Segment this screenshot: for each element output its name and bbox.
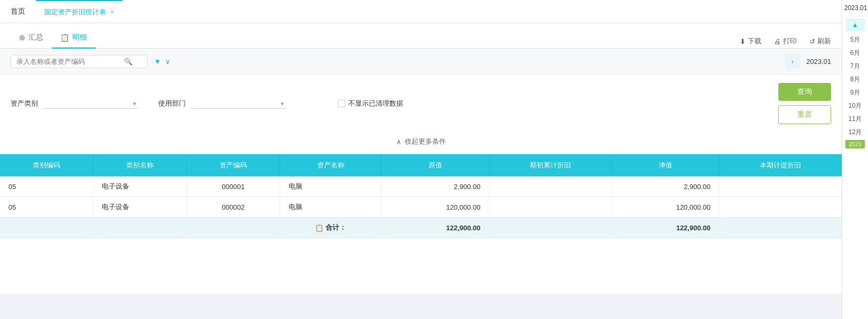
row1-asset-code: 000001 — [186, 176, 280, 197]
tab-label: 固定资产折旧统计表 — [44, 7, 106, 17]
sidebar-month-7[interactable]: 7月 — [842, 60, 868, 73]
col-original-value: 原值 — [381, 154, 490, 176]
expand-arrow-btn[interactable]: › — [785, 54, 800, 69]
row2-asset-name: 电脑 — [280, 197, 381, 218]
row2-acc-depreciation — [489, 197, 611, 218]
search-input[interactable] — [16, 58, 122, 65]
total-label: 合计： — [326, 223, 346, 232]
active-tab[interactable]: 固定资产折旧统计表 × — [36, 0, 122, 23]
department-label: 使用部门 — [158, 99, 186, 108]
top-nav: 首页 固定资产折旧统计表 × ✕ — [0, 0, 868, 23]
main-content: ⊛ 汇总 📋 明细 ⬇ 下载 🖨 打印 ↺ 刷新 🔍 — [0, 23, 842, 294]
search-input-wrap: 🔍 — [11, 55, 148, 68]
refresh-icon: ↺ — [809, 37, 815, 45]
hide-cleared-checkbox[interactable] — [338, 100, 345, 107]
download-label: 下载 — [748, 36, 761, 46]
sidebar-month-10[interactable]: 10月 — [842, 99, 868, 112]
row2-net-value: 120,000.00 — [611, 197, 719, 218]
total-icon: 📋 — [315, 224, 323, 232]
more-conditions-btn[interactable]: ▼ ∨ — [154, 58, 170, 65]
tab-detail[interactable]: 📋 明细 — [52, 27, 96, 49]
filter-row: 资产类别 ▼ 使用部门 ▼ 不显示已清理数 — [11, 83, 831, 124]
reset-button[interactable]: 重置 — [778, 105, 831, 124]
print-action[interactable]: 🖨 打印 — [774, 36, 797, 46]
chevron-up-icon: ∧ — [396, 138, 402, 146]
row2-category-name: 电子设备 — [93, 197, 186, 218]
col-category-code: 类别编码 — [0, 154, 93, 176]
row1-category-name: 电子设备 — [93, 176, 186, 197]
refresh-action[interactable]: ↺ 刷新 — [809, 36, 831, 46]
print-label: 打印 — [783, 36, 797, 46]
chevron-down-icon: ∨ — [165, 58, 170, 65]
asset-category-filter: 资产类别 ▼ — [11, 98, 137, 109]
collapse-button[interactable]: ∧ 收起更多条件 — [11, 133, 831, 148]
hide-cleared-wrap: 不显示已清理数据 — [338, 99, 403, 108]
summary-tab-icon: ⊛ — [19, 33, 25, 42]
row2-code: 05 — [0, 197, 93, 218]
home-link[interactable]: 首页 — [0, 0, 36, 23]
total-label-cell: 📋 合计： — [280, 218, 381, 238]
asset-category-select[interactable] — [43, 98, 138, 109]
sidebar-month-8[interactable]: 8月 — [842, 73, 868, 86]
sidebar-month-11[interactable]: 11月 — [842, 112, 868, 126]
total-acc-depreciation — [489, 218, 611, 238]
filter-buttons: 查询 重置 — [778, 83, 831, 124]
search-bar: 🔍 ▼ ∨ › 2023.01 — [0, 49, 842, 74]
detail-tab-icon: 📋 — [60, 33, 69, 42]
tab-close-icon[interactable]: × — [110, 8, 114, 16]
sidebar-month-6[interactable]: 6月 — [842, 46, 868, 60]
col-current-depreciation: 本期计提折旧 — [719, 154, 842, 176]
total-original-value: 122,900.00 — [381, 218, 490, 238]
col-net-value: 净值 — [611, 154, 719, 176]
download-action[interactable]: ⬇ 下载 — [740, 36, 761, 46]
filter-panel: 资产类别 ▼ 使用部门 ▼ 不显示已清理数 — [0, 74, 842, 154]
detail-tab-label: 明细 — [72, 33, 87, 42]
col-acc-depreciation: 期初累计折旧 — [489, 154, 611, 176]
right-sidebar: 2023.01 ▲ 5月 6月 7月 8月 9月 10月 11月 12月 202… — [842, 0, 868, 319]
sub-tab-bar: ⊛ 汇总 📋 明细 ⬇ 下载 🖨 打印 ↺ 刷新 — [0, 23, 842, 49]
data-table-container: 类别编码 类别名称 资产编码 资产名称 原值 期初累计折旧 净值 本期计提折旧 … — [0, 154, 842, 294]
sidebar-nav-up[interactable]: ▲ — [846, 18, 865, 31]
total-row: 📋 合计： 122,900.00 122,900.00 — [0, 218, 842, 238]
download-icon: ⬇ — [740, 37, 746, 45]
summary-tab-label: 汇总 — [28, 33, 43, 42]
department-select[interactable] — [191, 98, 286, 109]
sidebar-date-top: 2023.01 — [842, 0, 868, 16]
collapse-label: 收起更多条件 — [405, 137, 446, 146]
tab-summary[interactable]: ⊛ 汇总 — [11, 27, 52, 49]
table-row: 05 电子设备 000001 电脑 2,900.00 2,900.00 — [0, 176, 842, 197]
table-header-row: 类别编码 类别名称 资产编码 资产名称 原值 期初累计折旧 净值 本期计提折旧 — [0, 154, 842, 176]
row1-acc-depreciation — [489, 176, 611, 197]
row2-original-value: 120,000.00 — [381, 197, 490, 218]
total-current-depreciation — [719, 218, 842, 238]
sidebar-year-badge[interactable]: 2023 — [845, 140, 864, 148]
sidebar-month-9[interactable]: 9月 — [842, 86, 868, 99]
hide-cleared-label: 不显示已清理数据 — [348, 99, 403, 108]
col-asset-code: 资产编码 — [186, 154, 280, 176]
date-label: 2023.01 — [806, 58, 831, 65]
row1-current-depreciation — [719, 176, 842, 197]
row2-current-depreciation — [719, 197, 842, 218]
total-label-wrap: 📋 合计： — [289, 223, 373, 232]
sidebar-month-12[interactable]: 12月 — [842, 126, 868, 139]
print-icon: 🖨 — [774, 37, 781, 45]
total-net-value: 122,900.00 — [611, 218, 719, 238]
department-select-wrap: ▼ — [191, 98, 285, 109]
query-button[interactable]: 查询 — [778, 83, 831, 101]
row1-code: 05 — [0, 176, 93, 197]
row1-net-value: 2,900.00 — [611, 176, 719, 197]
sidebar-month-5[interactable]: 5月 — [842, 33, 868, 46]
row2-asset-code: 000002 — [186, 197, 280, 218]
total-category — [93, 218, 186, 238]
total-code — [0, 218, 93, 238]
col-asset-name: 资产名称 — [280, 154, 381, 176]
table-row: 05 电子设备 000002 电脑 120,000.00 120,000.00 — [0, 197, 842, 218]
search-icon: 🔍 — [124, 58, 132, 65]
asset-category-select-wrap: ▼ — [43, 98, 137, 109]
data-table: 类别编码 类别名称 资产编码 资产名称 原值 期初累计折旧 净值 本期计提折旧 … — [0, 154, 842, 238]
asset-category-label: 资产类别 — [11, 99, 38, 108]
department-filter: 使用部门 ▼ — [158, 98, 285, 109]
row1-asset-name: 电脑 — [280, 176, 381, 197]
filter-icon: ▼ — [154, 58, 161, 65]
sub-tab-actions: ⬇ 下载 🖨 打印 ↺ 刷新 — [740, 36, 831, 48]
